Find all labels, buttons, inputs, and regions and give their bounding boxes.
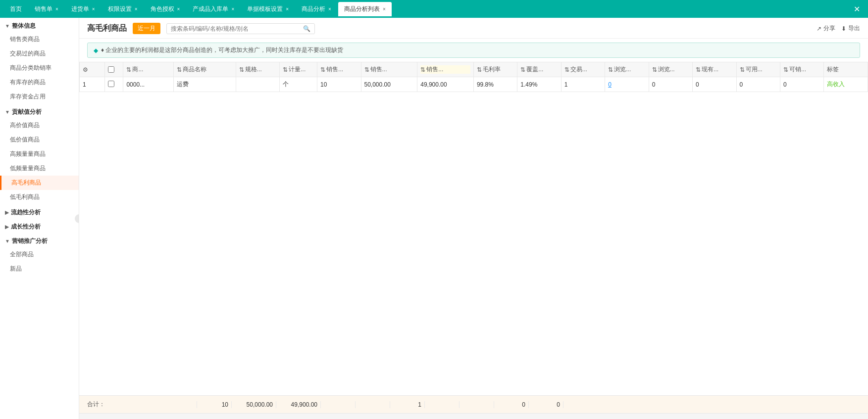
sort-icon: ⇅: [652, 66, 657, 73]
settings-icon[interactable]: ⚙: [83, 66, 88, 73]
footer-sales-qty: 10: [197, 401, 232, 408]
sidebar-item-low-margin[interactable]: 低毛利商品: [0, 190, 79, 204]
cell-available-stock: 0: [736, 77, 780, 92]
sidebar-group-trend-analysis[interactable]: ▶ 流趋性分析: [0, 204, 79, 219]
sidebar-item-new-goods[interactable]: 新品: [0, 262, 79, 276]
sidebar-item-inventory-capital[interactable]: 库存资金占用: [0, 90, 79, 104]
col-sales-cost[interactable]: ⇅ 销售...: [417, 62, 474, 77]
tab-sales-order[interactable]: 销售单 ×: [29, 2, 64, 16]
col-available-stock[interactable]: ⇅ 可用...: [736, 62, 780, 77]
footer-sales-cost: 49,900.00: [276, 401, 321, 408]
sidebar: 《 ▼ 整体信息 销售类商品 交易过的商品 商品分类助销率 有库存的商品 库存资…: [0, 18, 79, 419]
close-permission-setup[interactable]: ×: [135, 6, 138, 12]
sort-icon: ⇅: [608, 66, 613, 73]
cell-index: 1: [80, 77, 105, 92]
sort-icon: ⇅: [696, 66, 701, 73]
sort-icon: ⇅: [783, 66, 788, 73]
sidebar-item-low-freq[interactable]: 低频量量商品: [0, 161, 79, 176]
col-index: ⚙: [80, 62, 105, 77]
search-input[interactable]: [171, 25, 301, 32]
close-product-analysis-list[interactable]: ×: [383, 6, 386, 12]
sidebar-item-high-margin[interactable]: 高毛利商品: [0, 176, 79, 190]
select-all-checkbox[interactable]: [108, 66, 114, 73]
sidebar-group-marketing[interactable]: ▼ 营销推广分析: [0, 233, 79, 247]
tab-purchase-order[interactable]: 进货单 ×: [65, 2, 101, 16]
row-checkbox[interactable]: [108, 81, 114, 87]
sort-icon: ⇅: [320, 66, 325, 73]
sidebar-item-all-goods[interactable]: 全部商品: [0, 247, 79, 262]
footer-bar: 合计： 10 50,000.00 49,900.00 1 0 0: [79, 395, 868, 413]
sort-icon: ⇅: [177, 66, 182, 73]
content-area: 高毛利商品 近一月 🔍 ↗ 分享 ⬇ 导出 ◆ ♦ 企业的主要的利润都是这部分商…: [79, 18, 868, 419]
tab-product-entry[interactable]: 产成品入库单 ×: [187, 2, 240, 16]
footer-margin-rate-spacer: [321, 401, 356, 408]
col-current-stock[interactable]: ⇅ 现有...: [693, 62, 736, 77]
table-wrap: ⚙ ⇅ 商...: [79, 62, 868, 395]
sort-icon: ⇅: [740, 66, 745, 73]
col-tag[interactable]: 标签: [824, 62, 868, 77]
sidebar-group-profit-analysis[interactable]: ▼ 贡献值分析: [0, 104, 79, 118]
filter-recent-month-btn[interactable]: 近一月: [133, 23, 160, 34]
cell-goods-code: 0000...: [123, 77, 173, 92]
browse1-link[interactable]: 0: [608, 81, 612, 88]
cell-sales-amount: 50,000.00: [361, 77, 417, 92]
tab-product-analysis-list[interactable]: 商品分析列表 ×: [338, 2, 392, 16]
close-purchase-order[interactable]: ×: [92, 6, 95, 12]
col-goods-code[interactable]: ⇅ 商...: [123, 62, 173, 77]
tab-home[interactable]: 首页: [4, 2, 28, 16]
col-sales-amount[interactable]: ⇅ 销售...: [361, 62, 417, 77]
sidebar-item-goods-contribution[interactable]: 商品分类助销率: [0, 61, 79, 75]
col-spec[interactable]: ⇅ 规格...: [236, 62, 279, 77]
col-margin-rate[interactable]: ⇅ 毛利率: [473, 62, 517, 77]
cell-margin-rate: 99.8%: [473, 77, 517, 92]
tab-role-auth[interactable]: 角色授权 ×: [145, 2, 186, 16]
sort-icon: ⇅: [126, 66, 131, 73]
close-role-auth[interactable]: ×: [177, 6, 180, 12]
close-product-entry[interactable]: ×: [231, 6, 234, 12]
search-icon[interactable]: 🔍: [303, 25, 310, 32]
cell-sales-cost: 49,900.00: [417, 77, 474, 92]
col-sales-qty[interactable]: ⇅ 销售...: [317, 62, 361, 77]
sort-icon: ⇅: [477, 66, 482, 73]
tab-product-analysis[interactable]: 商品分析 ×: [296, 2, 337, 16]
table-header-row: ⚙ ⇅ 商...: [80, 62, 868, 77]
col-checkbox: [104, 62, 123, 77]
sort-icon: ⇅: [420, 66, 425, 73]
col-coverage[interactable]: ⇅ 覆盖...: [517, 62, 561, 77]
export-icon: ⬇: [841, 25, 846, 32]
info-bar: ◆ ♦ 企业的主要的利润都是这部分商品创造的，可考虑加大推广，同时关注库存是不要…: [87, 43, 860, 58]
footer-browse1-spacer: [425, 401, 460, 408]
footer-coverage-spacer: [356, 401, 390, 408]
sidebar-item-sales-goods[interactable]: 销售类商品: [0, 32, 79, 47]
sidebar-item-traded-goods[interactable]: 交易过的商品: [0, 47, 79, 61]
content-header: 高毛利商品 近一月 🔍 ↗ 分享 ⬇ 导出: [79, 18, 868, 39]
cell-unit: 个: [280, 77, 317, 92]
sidebar-item-high-freq[interactable]: 高频量量商品: [0, 147, 79, 161]
export-btn[interactable]: ⬇ 导出: [841, 24, 860, 33]
close-doc-template[interactable]: ×: [286, 6, 289, 12]
share-icon: ↗: [817, 25, 821, 32]
col-saleable-stock[interactable]: ⇅ 可销...: [780, 62, 823, 77]
horizontal-scrollbar[interactable]: [79, 413, 868, 419]
col-goods-name[interactable]: ⇅ 商品名称: [173, 62, 236, 77]
app-close-btn[interactable]: ✕: [850, 4, 864, 14]
expand-arrow-profit: ▼: [5, 109, 10, 115]
footer-sales-amount: 50,000.00: [232, 401, 276, 408]
expand-arrow-marketing: ▼: [5, 238, 10, 244]
sidebar-group-overall-info[interactable]: ▼ 整体信息: [0, 18, 79, 32]
close-sales-order[interactable]: ×: [55, 6, 58, 12]
col-browse2[interactable]: ⇅ 浏览...: [649, 62, 692, 77]
cell-spec: [236, 77, 279, 92]
sidebar-item-low-value[interactable]: 低价值商品: [0, 133, 79, 147]
col-browse1[interactable]: ⇅ 浏览...: [605, 62, 649, 77]
cell-goods-name: 运费: [173, 77, 236, 92]
sidebar-item-inventory-goods[interactable]: 有库存的商品: [0, 75, 79, 90]
tab-doc-template[interactable]: 单据模板设置 ×: [241, 2, 295, 16]
share-btn[interactable]: ↗ 分享: [817, 24, 835, 33]
close-product-analysis[interactable]: ×: [328, 6, 331, 12]
col-transactions[interactable]: ⇅ 交易...: [561, 62, 605, 77]
col-unit[interactable]: ⇅ 计量...: [280, 62, 317, 77]
sidebar-item-high-value[interactable]: 高价值商品: [0, 118, 79, 133]
sidebar-group-growth-analysis[interactable]: ▶ 成长性分析: [0, 219, 79, 233]
tab-permission-setup[interactable]: 权限设置 ×: [102, 2, 144, 16]
